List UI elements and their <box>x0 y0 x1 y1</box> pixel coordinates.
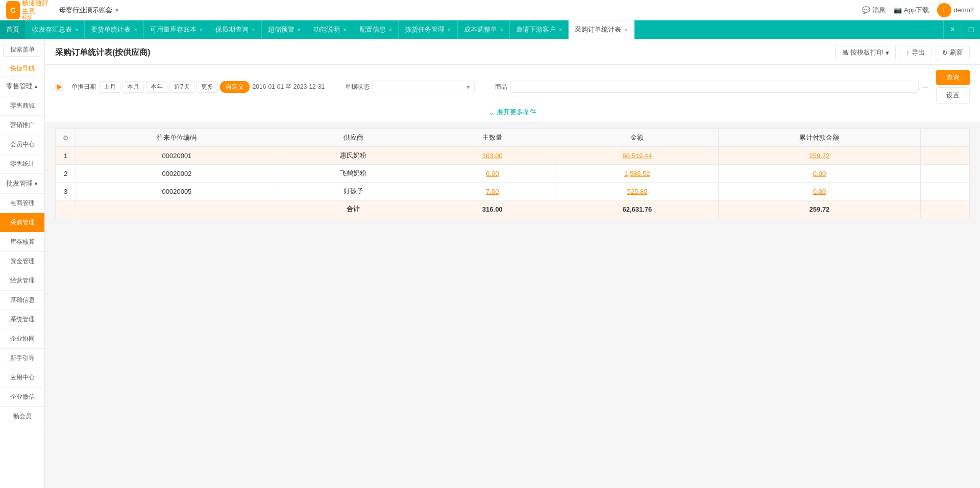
close-tab-func-desc-icon[interactable]: × <box>343 27 346 33</box>
tab-goods-stats[interactable]: 要货单统计表 × <box>85 20 143 39</box>
close-tab-available-stock-icon[interactable]: × <box>200 27 203 33</box>
sidebar-item-new-guide[interactable]: 新手引导 <box>0 349 44 368</box>
col-extra <box>920 129 969 147</box>
sidebar-item-retail[interactable]: 零售管理 ▲ <box>0 76 44 96</box>
sidebar-item-vip[interactable]: 畅会员 <box>0 407 44 426</box>
sidebar-item-enterprise[interactable]: 企业协同 <box>0 329 44 349</box>
close-tab-receive-summary-icon[interactable]: × <box>75 27 78 33</box>
sidebar-item-marketing[interactable]: 营销推广 <box>0 116 44 135</box>
col-qty: 主数量 <box>429 129 556 147</box>
tab-available-stock[interactable]: 可用量库存账本 × <box>144 20 209 39</box>
export-btn[interactable]: ↑ 导出 <box>900 45 932 60</box>
goods-filter-input[interactable] <box>510 81 919 93</box>
row-1-paid[interactable]: 259.72 <box>719 147 921 165</box>
tab-pick-task[interactable]: 拣货任务管理 × <box>399 20 457 39</box>
status-select-arrow-icon: ▾ <box>467 83 470 91</box>
close-tab-cost-adjust-icon[interactable]: × <box>500 27 503 33</box>
row-3-amount[interactable]: 525.80 <box>556 183 718 200</box>
total-paid: 259.72 <box>719 200 921 218</box>
filter-row-1: ▶ 单据日期 上月 本月 本年 近7天 更多 自定义 2016-01-01 至 … <box>55 70 970 104</box>
sidebar-item-member[interactable]: 会员中心 <box>0 135 44 155</box>
col-paid: 累计付款金额 <box>719 129 921 147</box>
row-2-code: 00020002 <box>76 165 278 183</box>
status-select[interactable]: ▾ <box>373 81 475 93</box>
workspace-selector[interactable]: 母婴行业演示账套 ▾ <box>51 6 862 15</box>
tab-receive-summary[interactable]: 收发存汇总表 × <box>26 20 85 39</box>
row-2-num: 2 <box>56 165 76 183</box>
sidebar-item-app-center[interactable]: 应用中心 <box>0 368 44 388</box>
data-table: ⚙ 往来单位编码 供应商 主数量 金额 累计付款金额 1 00020001 <box>55 129 970 218</box>
sidebar-item-system[interactable]: 系统管理 <box>0 310 44 329</box>
sidebar-item-purchase[interactable]: 采购管理 <box>0 213 44 233</box>
avatar: E <box>937 3 951 17</box>
sidebar-item-stock[interactable]: 库存核算 <box>0 233 44 252</box>
search-menu-btn[interactable]: 搜索英单 <box>3 43 41 57</box>
nav-tabs: 首页 收发存汇总表 × 要货单统计表 × 可用量库存账本 × 保质期查询 × 超… <box>0 20 980 39</box>
goods-more-dots[interactable]: ··· <box>922 83 928 91</box>
date-this-month-btn[interactable]: 本月 <box>122 81 144 93</box>
sidebar-item-retail-stats[interactable]: 零售统计 <box>0 155 44 174</box>
close-tab-goods-stats-icon[interactable]: × <box>134 27 137 33</box>
tab-purchase-stats[interactable]: 采购订单统计表 × <box>569 20 634 39</box>
sidebar-item-ecommerce[interactable]: 电商管理 <box>0 194 44 213</box>
date-last-month-btn[interactable]: 上月 <box>99 81 120 93</box>
user-area[interactable]: E demo2 <box>937 3 974 17</box>
maximize-btn[interactable]: □ <box>962 20 980 39</box>
query-btn[interactable]: 查询 <box>936 70 970 85</box>
total-label: 合计 <box>278 200 429 218</box>
table-row: 2 00020002 飞鹤奶粉 6.00 1,586.52 0.00 <box>56 165 970 183</box>
page-header: 采购订单统计表(按供应商) 🖶 按模板打印 ▾ ↑ 导出 ↻ 刷新 <box>45 39 980 65</box>
tab-invite-downstream[interactable]: 邀请下游客户 × <box>510 20 569 39</box>
close-tab-config-info-icon[interactable]: × <box>389 27 392 33</box>
total-row: 合计 316.00 62,631.76 259.72 <box>56 200 970 218</box>
row-2-extra <box>920 165 969 183</box>
message-btn[interactable]: 💬 消息 <box>862 6 886 15</box>
date-more-btn[interactable]: 更多 <box>197 81 218 93</box>
date-this-year-btn[interactable]: 本年 <box>146 81 167 93</box>
top-bar: C 畅捷通好生意 标版 母婴行业演示账套 ▾ 💬 消息 📷 App下载 E de… <box>0 0 980 20</box>
total-amount: 62,631.76 <box>556 200 718 218</box>
col-code: 往来单位编码 <box>76 129 278 147</box>
row-2-amount[interactable]: 1,586.52 <box>556 165 718 183</box>
close-tab-pick-task-icon[interactable]: × <box>448 27 451 33</box>
close-tab-purchase-stats-icon[interactable]: × <box>624 27 627 33</box>
sidebar-item-basic[interactable]: 基础信息 <box>0 291 44 310</box>
sidebar-item-operation[interactable]: 经营管理 <box>0 271 44 291</box>
print-btn[interactable]: 🖶 按模板打印 ▾ <box>835 45 896 60</box>
sidebar-item-capital[interactable]: 资金管理 <box>0 252 44 271</box>
row-1-qty[interactable]: 303.00 <box>429 147 556 165</box>
close-tab-over-stock-icon[interactable]: × <box>298 27 301 33</box>
nav-tabs-end: × □ <box>943 20 980 39</box>
quick-nav-btn[interactable]: 快捷导航 <box>0 61 44 76</box>
tab-over-stock[interactable]: 超储预警 × <box>262 20 307 39</box>
row-3-paid[interactable]: 0.00 <box>719 183 921 200</box>
tab-func-desc[interactable]: 功能说明 × <box>307 20 353 39</box>
date-custom-btn[interactable]: 自定义 <box>220 81 250 93</box>
expand-more-btn[interactable]: ⌄ 展开更多条件 <box>55 108 970 117</box>
sidebar-item-retail-mall[interactable]: 零售商城 <box>0 96 44 116</box>
tab-home[interactable]: 首页 <box>0 20 26 39</box>
close-tab-invite-downstream-icon[interactable]: × <box>559 27 562 33</box>
close-all-tabs-btn[interactable]: × <box>943 20 962 39</box>
sidebar-item-enterprise-wechat[interactable]: 企业微信 <box>0 388 44 407</box>
filter-toggle-btn[interactable]: ▶ <box>55 83 63 91</box>
date-7days-btn[interactable]: 近7天 <box>169 81 194 93</box>
retail-arrow-icon: ▲ <box>34 84 39 89</box>
setting-btn[interactable]: 设置 <box>936 87 970 104</box>
row-2-paid[interactable]: 0.00 <box>719 165 921 183</box>
row-1-supplier: 惠氏奶粉 <box>278 147 429 165</box>
date-range-display: 2016-01-01 至 2023-12-31 <box>253 83 325 91</box>
gear-icon[interactable]: ⚙ <box>62 134 69 142</box>
tab-config-info[interactable]: 配置信息 × <box>353 20 399 39</box>
row-2-qty[interactable]: 6.00 <box>429 165 556 183</box>
app-download-btn[interactable]: 📷 App下载 <box>894 6 929 15</box>
row-3-qty[interactable]: 7.00 <box>429 183 556 200</box>
row-1-amount[interactable]: 60,519.44 <box>556 147 718 165</box>
tab-cost-adjust[interactable]: 成本调整单 × <box>458 20 510 39</box>
close-tab-expiry-query-icon[interactable]: × <box>252 27 255 33</box>
tab-expiry-query[interactable]: 保质期查询 × <box>209 20 261 39</box>
status-filter-label: 单据状态 <box>345 83 370 91</box>
row-1-num: 1 <box>56 147 76 165</box>
sidebar-item-wholesale[interactable]: 批发管理 ▼ <box>0 174 44 194</box>
refresh-btn[interactable]: ↻ 刷新 <box>936 45 970 60</box>
